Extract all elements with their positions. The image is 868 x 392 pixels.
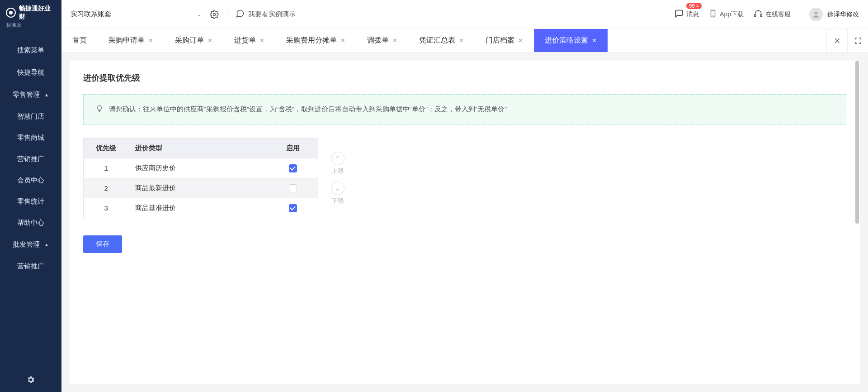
tab-label: 首页 [72,36,87,45]
settings-icon-button[interactable] [210,10,219,19]
table-row[interactable]: 3 商品基准进价 [84,198,318,218]
account-set-selector[interactable]: 实习联系账套 ⌄ [71,10,202,19]
sidebar-item-label: 快捷导航 [17,68,44,77]
tab-close-icon[interactable]: ✕ [208,37,212,44]
move-up-label: 上移 [331,167,344,175]
tab-label: 采购申请单 [108,36,145,45]
tab-label: 凭证汇总表 [419,36,455,45]
priority-table: 优先级 进价类型 启用 1 供应商历史价 [83,138,318,218]
chat-icon [236,9,245,19]
panel: 进价提取优先级 请您确认：往来单位中的供应商“采购报价含税”设置，为“含税”，取… [70,61,860,384]
sidebar-item-search-menu[interactable]: 搜索菜单 [0,39,61,62]
col-type: 进价类型 [129,139,269,158]
sidebar-item-quick-nav[interactable]: 快捷导航 [0,62,61,84]
main-column: 实习联系账套 ⌄ 我要看实例演示 消息 99 + [61,0,868,392]
brand-area: 畅捷通好业财 标准版 [0,0,61,30]
app-download-button[interactable]: App下载 [709,10,744,19]
tab-purchase-order[interactable]: 采购订单✕ [164,29,223,52]
sidebar-item-retail-stats[interactable]: 零售统计 [0,191,61,212]
tab-purchase-request[interactable]: 采购申请单✕ [98,29,164,52]
lightbulb-icon [95,105,104,114]
cell-type: 商品最新进价 [129,178,269,198]
move-up-button[interactable]: ⌃ 上移 [331,152,344,175]
cell-priority: 1 [84,158,129,178]
sidebar-item-smart-store[interactable]: 智慧门店 [0,106,61,127]
cell-type: 商品基准进价 [129,198,269,218]
message-icon [675,9,684,19]
svg-point-7 [815,12,817,14]
chevron-down-icon: ⌄ [197,11,202,18]
save-button[interactable]: 保存 [83,235,122,253]
move-controls: ⌃ 上移 ⌄ 下移 [331,152,344,205]
chevron-down-icon: ⌄ [335,185,340,192]
divider [227,9,227,20]
support-label: 在线客服 [765,10,791,19]
sidebar-item-label: 会员中心 [17,176,44,184]
tab-close-icon[interactable]: ✕ [392,37,397,44]
sidebar-item-wholesale-mgmt[interactable]: 批发管理▲ [0,234,61,256]
notice-banner: 请您确认：往来单位中的供应商“采购报价含税”设置，为“含税”，取到进价后将自动带… [83,94,846,124]
tab-label: 门店档案 [486,36,514,45]
tab-close-icon[interactable]: ✕ [459,37,464,44]
tab-label: 进货单 [234,36,256,45]
content-area: 进价提取优先级 请您确认：往来单位中的供应商“采购报价含税”设置，为“含税”，取… [61,53,868,392]
enable-checkbox[interactable] [289,204,297,212]
sidebar-item-member-center[interactable]: 会员中心 [0,170,61,191]
messages-label: 消息 [686,10,699,19]
move-down-button[interactable]: ⌄ 下移 [331,182,344,205]
tab-voucher-summary[interactable]: 凭证汇总表✕ [408,29,475,52]
svg-point-2 [213,13,216,15]
scrollbar-thumb[interactable] [855,61,859,224]
svg-point-1 [9,11,13,14]
sidebar-item-marketing[interactable]: 营销推广 [0,148,61,170]
enable-checkbox[interactable] [289,184,297,192]
sidebar-item-retail-mgmt[interactable]: 零售管理▲ [0,84,61,106]
tab-store-archive[interactable]: 门店档案✕ [475,29,534,52]
cell-priority: 3 [84,198,129,218]
tab-close-icon[interactable]: ✕ [592,37,597,44]
tab-close-icon[interactable]: ✕ [148,37,153,44]
messages-badge: 99 + [686,3,702,9]
svg-rect-5 [755,14,756,17]
tab-close-icon[interactable]: ✕ [518,37,523,44]
sidebar-item-help-center[interactable]: 帮助中心 [0,212,61,234]
col-enable: 启用 [269,139,318,158]
headset-icon [754,9,763,19]
enable-checkbox[interactable] [289,164,297,172]
app-download-label: App下载 [720,10,744,19]
cell-priority: 2 [84,178,129,198]
tab-label: 进价策略设置 [545,36,588,45]
tab-price-strategy[interactable]: 进价策略设置✕ [534,29,608,52]
settings-button[interactable] [26,375,35,386]
move-down-label: 下移 [331,197,344,205]
tab-transfer[interactable]: 调拨单✕ [356,29,408,52]
messages-button[interactable]: 消息 99 + [675,9,699,19]
scrollbar[interactable] [855,61,859,384]
support-button[interactable]: 在线客服 [754,9,791,19]
notice-text: 请您确认：往来单位中的供应商“采购报价含税”设置，为“含税”，取到进价后将自动带… [109,105,507,114]
page-title: 进价提取优先级 [83,72,846,83]
demo-link-label: 我要看实例演示 [248,10,296,19]
sidebar-item-retail-mall[interactable]: 零售商城 [0,127,61,148]
phone-icon [709,10,717,19]
brand-logo-icon [5,7,16,18]
user-menu[interactable]: 徐泽华修改 [801,8,859,21]
tab-label: 调拨单 [367,36,389,45]
tab-close-icon[interactable]: ✕ [259,37,264,44]
demo-link[interactable]: 我要看实例演示 [236,9,296,19]
close-all-tabs-button[interactable] [826,29,847,52]
table-row[interactable]: 2 商品最新进价 [84,178,318,198]
tab-close-icon[interactable]: ✕ [340,37,345,44]
tab-receiving[interactable]: 进货单✕ [223,29,275,52]
col-priority: 优先级 [84,139,129,158]
fullscreen-button[interactable] [847,29,868,52]
sidebar-item-label: 搜索菜单 [17,46,44,55]
brand-edition: 标准版 [5,22,56,29]
tab-purchase-cost-alloc[interactable]: 采购费用分摊单✕ [275,29,356,52]
table-row[interactable]: 1 供应商历史价 [84,158,318,178]
tab-home[interactable]: 首页 [61,29,98,52]
sidebar-item-marketing-2[interactable]: 营销推广 [0,256,61,277]
topbar: 实习联系账套 ⌄ 我要看实例演示 消息 99 + [61,0,868,29]
avatar-icon [809,8,823,21]
sidebar-menu: 搜索菜单 快捷导航 零售管理▲ 智慧门店 零售商城 营销推广 会员中心 零售统计… [0,39,61,375]
